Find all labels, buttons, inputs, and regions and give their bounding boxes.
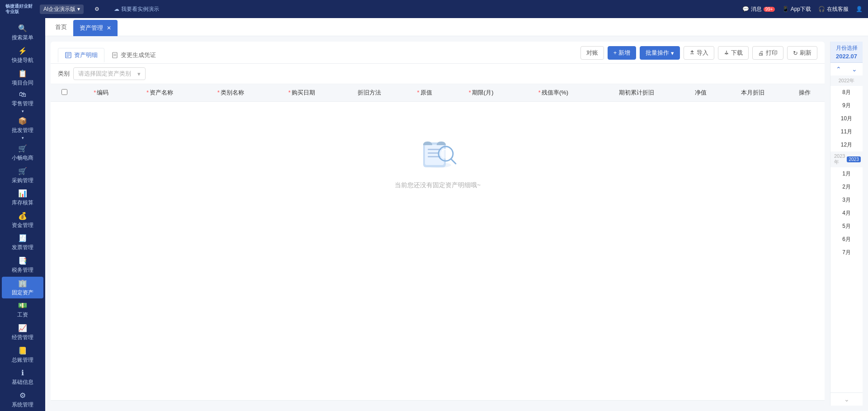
sidebar-item-invoice[interactable]: 🧾 发票管理: [2, 232, 43, 254]
month-item-2023-6[interactable]: 6月: [830, 233, 863, 246]
sidebar-item-search[interactable]: 🔍 搜索菜单: [2, 22, 43, 44]
sidebar-label-quick-nav: 快捷导航: [12, 57, 33, 64]
sidebar-item-operation[interactable]: 📈 经营管理: [2, 322, 43, 344]
sidebar-label-inventory: 库存核算: [12, 199, 33, 207]
import-label: 导入: [697, 49, 708, 57]
month-panel-nav: ⌃ ⌄: [830, 63, 863, 76]
reconcile-label: 对账: [586, 49, 598, 57]
month-item-2022-12[interactable]: 12月: [830, 138, 863, 151]
sidebar-item-fixed-assets[interactable]: 🏢 固定资产: [2, 277, 43, 298]
sub-tab-change-voucher[interactable]: 变更生成凭证: [104, 48, 163, 62]
tab-asset-management[interactable]: 资产管理 ✕: [73, 20, 118, 36]
bottom-scrollbar[interactable]: [51, 400, 825, 406]
app-download-label: App下载: [791, 5, 811, 13]
month-item-2022-11[interactable]: 11月: [830, 125, 863, 138]
fixed-assets-icon: 🏢: [18, 279, 27, 288]
sidebar-item-basic-info[interactable]: ℹ 基础信息: [2, 367, 43, 388]
select-all-checkbox[interactable]: [61, 89, 67, 95]
sidebar-label-project: 项目合同: [12, 79, 33, 87]
sidebar-item-retail[interactable]: 🛍 零售管理 ▾: [2, 90, 43, 115]
sidebar-label-invoice: 发票管理: [12, 244, 33, 251]
print-button[interactable]: 🖨 打印: [752, 46, 783, 60]
prev-month-btn[interactable]: ⌃: [834, 65, 843, 74]
month-panel: 月份选择 2022.07 ⌃ ⌄ 2022年 8月 9月 10月 11月 12月: [830, 42, 863, 406]
sidebar-item-wholesale[interactable]: 📦 批发管理 ▾: [2, 116, 43, 142]
month-panel-down-btn[interactable]: ⌄: [842, 395, 851, 404]
sidebar-item-system[interactable]: ⚙ 系统管理: [2, 389, 43, 411]
tab-close-icon[interactable]: ✕: [107, 25, 111, 31]
th-residual-rate: *残值率(%): [514, 84, 592, 102]
refresh-icon: ↻: [793, 50, 798, 57]
th-name: *资产名称: [124, 84, 195, 102]
month-list: 2022年 8月 9月 10月 11月 12月 2023年 2023 1月 2月…: [830, 76, 863, 392]
sub-tab-asset-detail-label: 资产明细: [74, 51, 98, 59]
batch-button[interactable]: 批量操作 ▾: [640, 46, 680, 60]
app-name: 畅捷通好业财: [5, 4, 33, 9]
change-voucher-icon: [111, 52, 118, 59]
app-edition: 专业版: [5, 9, 33, 14]
month-item-2023-7[interactable]: 7月: [830, 246, 863, 259]
month-item-2023-3[interactable]: 3月: [830, 194, 863, 207]
add-button[interactable]: + 新增: [608, 46, 636, 60]
online-service-label: 在线客服: [827, 5, 849, 13]
month-item-2023-2[interactable]: 2月: [830, 180, 863, 194]
empty-state: 当前您还没有固定资产明细哦~: [51, 102, 825, 217]
sidebar-item-project[interactable]: 📋 项目合同: [2, 67, 43, 89]
sub-tab-bar: 资产明细 变更生成凭证: [51, 42, 825, 64]
import-icon: [689, 50, 695, 57]
batch-chevron-icon: ▾: [671, 50, 674, 57]
month-item-2022-10[interactable]: 10月: [830, 112, 863, 125]
reconcile-button[interactable]: 对账: [580, 46, 604, 60]
online-service-btn[interactable]: 🎧 在线客服: [818, 5, 849, 13]
sidebar-item-general-ledger[interactable]: 📒 总账管理: [2, 344, 43, 366]
table: *编码 *资产名称 *类别名称 *购买日期 折旧方法 *原值 *期限(月) *残…: [51, 84, 825, 217]
th-accumulated-depreciation: 期初累计折旧: [592, 84, 681, 102]
system-icon: ⚙: [19, 391, 26, 400]
tab-home[interactable]: 首页: [49, 18, 73, 36]
empty-illustration: [410, 129, 465, 174]
asset-table: *编码 *资产名称 *类别名称 *购买日期 折旧方法 *原值 *期限(月) *残…: [51, 84, 825, 400]
purchase-icon: 🛒: [18, 167, 27, 175]
demo-label: 我要看实例演示: [121, 5, 159, 13]
month-item-2023-5[interactable]: 5月: [830, 220, 863, 233]
refresh-button[interactable]: ↻ 刷新: [787, 46, 817, 60]
print-label: 打印: [766, 49, 778, 57]
sidebar-item-purchase[interactable]: 🛒 采购管理: [2, 165, 43, 186]
sub-tab-change-voucher-label: 变更生成凭证: [121, 51, 156, 59]
settings-btn[interactable]: ⚙: [91, 5, 103, 13]
sidebar-label-salary: 工资: [17, 311, 28, 319]
import-button[interactable]: 导入: [684, 46, 714, 60]
svg-rect-11: [428, 152, 439, 154]
quick-nav-icon: ⚡: [18, 47, 27, 55]
month-item-2023-4[interactable]: 4月: [830, 207, 863, 220]
sidebar-item-salary[interactable]: 💵 工资: [2, 299, 43, 321]
demo-link[interactable]: ☁ 我要看实例演示: [114, 5, 159, 13]
app-download-btn[interactable]: 📱 App下载: [782, 5, 811, 13]
ecommerce-icon: 🛒: [18, 144, 27, 153]
month-item-2023-1[interactable]: 1月: [830, 167, 863, 180]
info-icon: ℹ: [21, 368, 24, 377]
category-select[interactable]: 请选择固定资产类别 ▾: [73, 67, 146, 80]
sidebar-item-ecommerce[interactable]: 🛒 小畅电商: [2, 142, 43, 164]
next-month-btn[interactable]: ⌄: [850, 65, 859, 74]
sidebar-item-quick-nav[interactable]: ⚡ 快捷导航: [2, 45, 43, 66]
sidebar-item-tax[interactable]: 📑 税务管理: [2, 255, 43, 276]
th-monthly-depreciation: 本月折旧: [721, 84, 785, 102]
month-item-2022-8[interactable]: 8月: [830, 86, 863, 99]
month-item-2022-9[interactable]: 9月: [830, 99, 863, 112]
sidebar-item-inventory[interactable]: 📊 库存核算: [2, 187, 43, 209]
messages-btn[interactable]: 💬 消息 99+: [742, 5, 775, 13]
retail-icon: 🛍: [19, 90, 26, 99]
th-action: 操作: [785, 84, 825, 102]
user-avatar[interactable]: 👤: [856, 6, 863, 12]
phone-icon: 📱: [782, 6, 789, 12]
sub-tab-asset-detail[interactable]: 资产明细: [58, 48, 104, 62]
avatar-icon: 👤: [856, 6, 863, 12]
filter-label: 类别: [58, 70, 70, 78]
download-button[interactable]: 下载: [718, 46, 749, 60]
search-icon: 🔍: [18, 24, 27, 33]
sidebar-item-finance[interactable]: 💰 资金管理: [2, 210, 43, 231]
download-icon: [724, 50, 729, 57]
company-selector[interactable]: AI企业演示版 ▾: [40, 5, 84, 14]
sidebar-label-tax: 税务管理: [12, 266, 33, 274]
